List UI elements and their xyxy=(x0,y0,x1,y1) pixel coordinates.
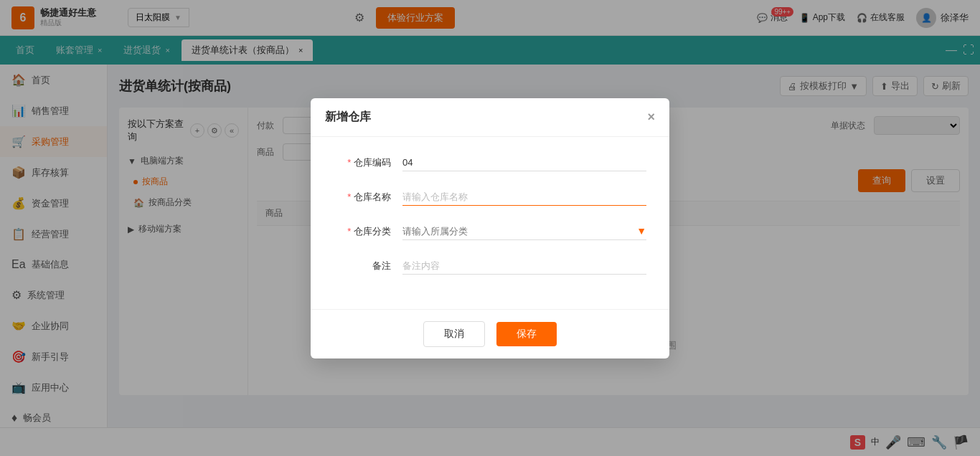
name-input[interactable] xyxy=(402,189,646,206)
code-input[interactable] xyxy=(402,154,646,171)
modal-overlay: 新增仓库 × 仓库编码 仓库名称 仓库分类 ▼ xyxy=(0,0,980,456)
modal-footer: 取消 保存 xyxy=(311,309,669,358)
modal-title: 新增仓库 xyxy=(325,110,371,125)
form-row-category: 仓库分类 ▼ xyxy=(334,223,646,240)
category-select-wrap: ▼ xyxy=(402,223,646,240)
form-row-code: 仓库编码 xyxy=(334,154,646,171)
save-button[interactable]: 保存 xyxy=(496,322,557,346)
form-row-name: 仓库名称 xyxy=(334,189,646,206)
chevron-down-icon[interactable]: ▼ xyxy=(636,225,646,237)
note-label: 备注 xyxy=(334,260,391,272)
category-label: 仓库分类 xyxy=(334,225,391,238)
add-warehouse-modal: 新增仓库 × 仓库编码 仓库名称 仓库分类 ▼ xyxy=(311,98,669,358)
modal-close-button[interactable]: × xyxy=(647,110,655,123)
note-input[interactable] xyxy=(402,257,646,275)
name-label: 仓库名称 xyxy=(334,191,391,204)
category-select[interactable] xyxy=(402,223,636,239)
modal-body: 仓库编码 仓库名称 仓库分类 ▼ 备注 xyxy=(311,137,669,309)
code-label: 仓库编码 xyxy=(334,156,391,169)
cancel-button[interactable]: 取消 xyxy=(423,321,485,347)
form-row-note: 备注 xyxy=(334,257,646,275)
modal-header: 新增仓库 × xyxy=(311,98,669,137)
